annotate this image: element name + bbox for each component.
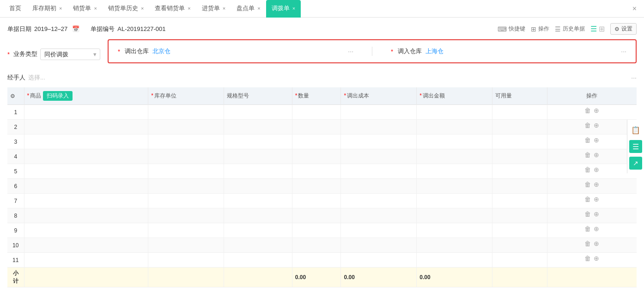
- cell-qty[interactable]: [292, 134, 341, 149]
- view-list-icon[interactable]: ☰: [590, 24, 597, 33]
- cell-available[interactable]: [492, 223, 547, 238]
- cell-cost[interactable]: [341, 105, 417, 120]
- delete-icon[interactable]: 🗑: [584, 240, 591, 247]
- tab-view-sales[interactable]: 查看销货单 ×: [149, 0, 196, 18]
- window-close-button[interactable]: ×: [629, 3, 640, 15]
- cell-available[interactable]: [492, 194, 547, 208]
- cell-unit[interactable]: [148, 179, 224, 194]
- cell-qty[interactable]: [292, 179, 341, 194]
- cell-spec[interactable]: [224, 208, 292, 223]
- transfer-in-value[interactable]: 上海仓: [425, 47, 444, 55]
- cell-amount[interactable]: [417, 238, 492, 253]
- cell-unit[interactable]: [148, 223, 224, 238]
- tab-sales-history[interactable]: 销货单历史 ×: [103, 0, 149, 18]
- cell-available[interactable]: [492, 253, 547, 268]
- delete-icon[interactable]: 🗑: [584, 166, 591, 173]
- copy-icon[interactable]: ⊕: [594, 136, 599, 144]
- cell-product[interactable]: [24, 208, 148, 223]
- cell-cost[interactable]: [341, 120, 417, 134]
- cell-unit[interactable]: [148, 149, 224, 164]
- tab-stocktake[interactable]: 盘点单 ×: [231, 0, 266, 18]
- copy-icon[interactable]: ⊕: [594, 255, 599, 262]
- cell-unit[interactable]: [148, 208, 224, 223]
- cell-cost[interactable]: [341, 134, 417, 149]
- transfer-out-more-btn[interactable]: ···: [348, 48, 353, 55]
- calendar-icon[interactable]: 📅: [72, 25, 79, 32]
- tab-sales-order[interactable]: 销货单 ×: [67, 0, 102, 18]
- cell-unit[interactable]: [148, 253, 224, 268]
- view-grid-icon[interactable]: ⊞: [599, 24, 605, 33]
- transfer-out-value[interactable]: 北京仓: [152, 47, 170, 55]
- delete-icon[interactable]: 🗑: [584, 225, 591, 232]
- cell-unit[interactable]: [148, 105, 224, 120]
- date-value[interactable]: 2019–12–27: [34, 25, 67, 32]
- cell-amount[interactable]: [417, 179, 492, 194]
- cell-qty[interactable]: [292, 208, 341, 223]
- cell-qty[interactable]: [292, 120, 341, 134]
- cell-cost[interactable]: [341, 194, 417, 208]
- copy-icon[interactable]: ⊕: [594, 122, 599, 129]
- cell-spec[interactable]: [224, 149, 292, 164]
- sidebar-list-icon[interactable]: ☰: [629, 140, 642, 153]
- cell-qty[interactable]: [292, 105, 341, 120]
- cell-amount[interactable]: [417, 120, 492, 134]
- cell-cost[interactable]: [341, 149, 417, 164]
- sidebar-notes-icon[interactable]: 📋: [629, 123, 642, 136]
- copy-icon[interactable]: ⊕: [594, 107, 599, 114]
- cell-spec[interactable]: [224, 179, 292, 194]
- delete-icon[interactable]: 🗑: [584, 122, 591, 129]
- cell-qty[interactable]: [292, 253, 341, 268]
- cell-product[interactable]: [24, 120, 148, 134]
- delete-icon[interactable]: 🗑: [584, 151, 591, 159]
- cell-product[interactable]: [24, 253, 148, 268]
- cell-available[interactable]: [492, 179, 547, 194]
- copy-icon[interactable]: ⊕: [594, 195, 599, 203]
- cell-qty[interactable]: [292, 238, 341, 253]
- cell-available[interactable]: [492, 238, 547, 253]
- scan-input-btn[interactable]: 扫码录入: [43, 91, 73, 101]
- copy-icon[interactable]: ⊕: [594, 181, 599, 188]
- cell-unit[interactable]: [148, 134, 224, 149]
- cell-cost[interactable]: [341, 253, 417, 268]
- cell-product[interactable]: [24, 238, 148, 253]
- cell-spec[interactable]: [224, 238, 292, 253]
- cell-available[interactable]: [492, 208, 547, 223]
- shortcut-btn[interactable]: ⌨ 快捷键: [498, 25, 525, 33]
- cell-product[interactable]: [24, 164, 148, 179]
- cell-available[interactable]: [492, 120, 547, 134]
- cell-spec[interactable]: [224, 194, 292, 208]
- cell-available[interactable]: [492, 164, 547, 179]
- cell-available[interactable]: [492, 105, 547, 120]
- biz-type-select[interactable]: 同价调拨 异价调拨: [40, 49, 100, 60]
- cell-qty[interactable]: [292, 194, 341, 208]
- operation-btn[interactable]: ⊞ 操作: [531, 25, 549, 33]
- copy-icon[interactable]: ⊕: [594, 210, 599, 218]
- cell-amount[interactable]: [417, 194, 492, 208]
- cell-qty[interactable]: [292, 164, 341, 179]
- cell-qty[interactable]: [292, 223, 341, 238]
- delete-icon[interactable]: 🗑: [584, 107, 591, 114]
- copy-icon[interactable]: ⊕: [594, 225, 599, 232]
- tab-home[interactable]: 首页: [4, 0, 27, 18]
- cell-amount[interactable]: [417, 208, 492, 223]
- copy-icon[interactable]: ⊕: [594, 151, 599, 159]
- cell-product[interactable]: [24, 149, 148, 164]
- cell-spec[interactable]: [224, 120, 292, 134]
- cell-amount[interactable]: [417, 164, 492, 179]
- cell-cost[interactable]: [341, 164, 417, 179]
- cell-product[interactable]: [24, 134, 148, 149]
- cell-amount[interactable]: [417, 223, 492, 238]
- close-icon[interactable]: ×: [188, 6, 190, 11]
- agent-select[interactable]: 选择...: [28, 73, 45, 82]
- cell-spec[interactable]: [224, 253, 292, 268]
- close-icon[interactable]: ×: [141, 6, 144, 11]
- transfer-in-more-btn[interactable]: ···: [621, 48, 626, 55]
- cell-product[interactable]: [24, 105, 148, 120]
- cell-available[interactable]: [492, 134, 547, 149]
- cell-amount[interactable]: [417, 149, 492, 164]
- cell-amount[interactable]: [417, 105, 492, 120]
- tab-transfer-order[interactable]: 调拨单 ×: [266, 0, 301, 18]
- copy-icon[interactable]: ⊕: [594, 240, 599, 247]
- tab-purchase-order[interactable]: 进货单 ×: [196, 0, 231, 18]
- cell-cost[interactable]: [341, 238, 417, 253]
